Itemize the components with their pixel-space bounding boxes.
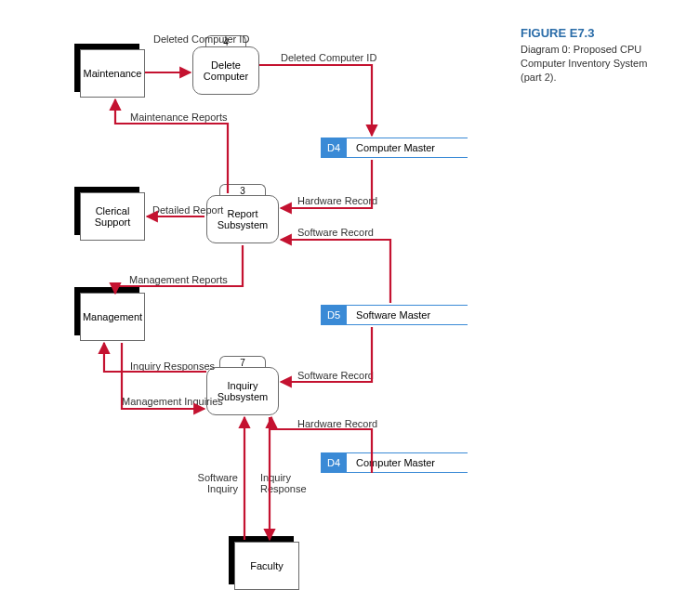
datastore-d4a-label: Computer Master [347,138,468,158]
flow-deleted-id-out: Deleted Computer ID [281,52,376,63]
process-4-label: Delete Computer [192,46,259,95]
flow-mgmt-inquiries: Management Inquiries [122,396,223,407]
process-inquiry-subsystem: 7 Inquiry Subsystem [206,367,279,415]
datastore-computer-master-bottom: D4 Computer Master [321,452,468,473]
flow-hw-record-b: Hardware Record [297,418,377,429]
figure-description: Diagram 0: Proposed CPU Computer Invento… [521,43,647,85]
entity-faculty: Faculty [234,542,299,590]
datastore-d4b-label: Computer Master [347,452,468,473]
figure-code: FIGURE E7.3 [521,26,594,40]
datastore-d4b-id: D4 [321,452,347,473]
flow-maint-reports: Maintenance Reports [130,111,228,123]
flow-inq-response: Inquiry Response [260,472,312,494]
entity-management-label: Management [80,293,145,341]
flow-sw-inquiry: Software Inquiry [197,472,238,494]
figure-desc-line3: (part 2). [521,72,557,83]
entity-faculty-label: Faculty [234,542,299,590]
datastore-software-master: D5 Software Master [321,305,468,325]
diagram-canvas: FIGURE E7.3 Diagram 0: Proposed CPU Comp… [0,0,699,616]
datastore-d5-id: D5 [321,305,347,325]
flow-sw-record-b: Software Record [297,370,374,381]
figure-desc-line1: Diagram 0: Proposed CPU [521,44,641,55]
datastore-d4a-id: D4 [321,138,347,158]
flow-hw-record-a: Hardware Record [297,195,377,206]
flow-sw-record-a: Software Record [297,227,374,238]
process-report-subsystem: 3 Report Subsystem [206,195,279,243]
process-delete-computer: 4 Delete Computer [192,46,259,95]
datastore-d5-label: Software Master [347,305,468,325]
entity-maintenance-label: Maintenance [80,49,145,98]
flow-inq-responses: Inquiry Responses [130,360,215,372]
figure-desc-line2: Computer Inventory System [521,58,647,69]
flow-detailed-report: Detailed Report [152,204,223,216]
datastore-computer-master-top: D4 Computer Master [321,138,468,158]
entity-clerical-label: Clerical Support [80,192,145,241]
flow-mgmt-reports: Management Reports [129,274,228,285]
flow-deleted-id-in: Deleted Computer ID [153,33,249,45]
entity-maintenance: Maintenance [80,49,145,98]
process-7-label: Inquiry Subsystem [206,367,279,415]
process-3-label: Report Subsystem [206,195,279,243]
entity-clerical-support: Clerical Support [80,192,145,241]
entity-management: Management [80,293,145,341]
